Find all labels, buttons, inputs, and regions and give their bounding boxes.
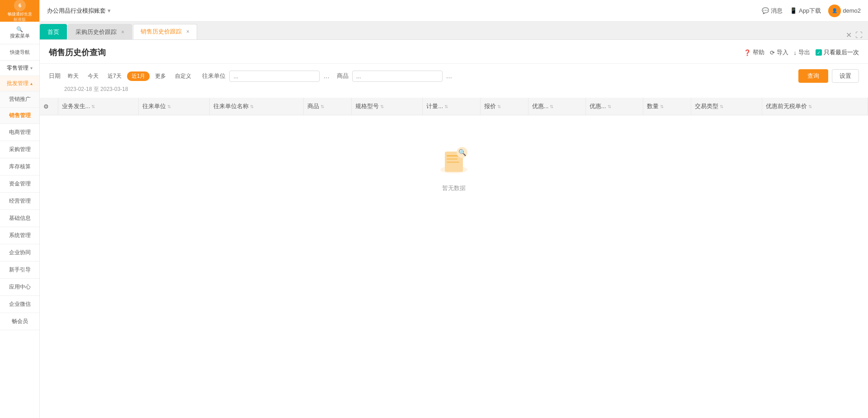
purchase-tab-close[interactable]: ×	[121, 29, 124, 35]
purchase-tab-label: 采购历史价跟踪	[75, 28, 117, 36]
tab-home[interactable]: 首页	[40, 24, 67, 39]
sidebar-item-marketing[interactable]: 营销推广	[0, 91, 39, 108]
message-button[interactable]: 💬 消息	[762, 7, 783, 15]
close-window-icon[interactable]: ✕	[846, 31, 852, 39]
sidebar-label-inventory: 库存核算	[2, 163, 38, 171]
page-title: 销售历史价查询	[49, 47, 106, 58]
sidebar-item-appcenter[interactable]: 应用中心	[0, 279, 39, 296]
sidebar-label-search: 搜索菜单	[2, 33, 38, 39]
tab-purchase[interactable]: 采购历史价跟踪 ×	[68, 24, 132, 39]
date-buttons: 昨天 今天 近7天 近1月 更多 自定义	[64, 71, 195, 81]
phone-icon: 📱	[790, 7, 797, 14]
suite-selector[interactable]: 办公用品行业模拟账套 ▾	[47, 7, 111, 15]
col-product-label: 商品	[307, 102, 319, 110]
content-area: 销售历史价查询 ❓ 帮助 ⟳ 导入 ↓ 导出 ✓ 只看最后一次	[40, 40, 868, 418]
date-range-display: 2023-02-18 至 2023-03-18	[40, 85, 868, 98]
sort-quantity-icon[interactable]: ⇅	[660, 104, 664, 109]
sidebar-item-inventory[interactable]: 库存核算	[0, 158, 39, 176]
sidebar-item-purchase[interactable]: 采购管理	[0, 141, 39, 158]
sidebar-item-member[interactable]: 畅会员	[0, 313, 39, 330]
chevron-down-icon: ▾	[30, 66, 33, 71]
date-btn-yesterday[interactable]: 昨天	[64, 71, 82, 81]
gear-icon[interactable]: ⚙	[43, 103, 49, 110]
date-btn-custom[interactable]: 自定义	[171, 71, 195, 81]
import-button[interactable]: ⟳ 导入	[770, 48, 788, 57]
sidebar: 6 畅捷通好生意 标准版 🔍 搜索菜单 快捷导航 零售管理 ▾ 批发管理 ▴ 营…	[0, 0, 40, 418]
suite-title: 办公用品行业模拟账套	[47, 7, 106, 15]
col-discount1: 优惠... ⇅	[528, 98, 585, 115]
sort-tax-price-icon[interactable]: ⇅	[808, 104, 812, 109]
sidebar-label-guide: 新手引导	[2, 266, 38, 274]
sidebar-item-wechat[interactable]: 企业微信	[0, 296, 39, 313]
sort-unit-icon[interactable]: ⇅	[444, 104, 448, 109]
window-controls: ✕ ⛶	[846, 31, 868, 39]
empty-state: 🔍 暂无数据	[40, 115, 868, 210]
sort-trade-type-icon[interactable]: ⇅	[720, 104, 723, 109]
sort-unit-name-icon[interactable]: ⇅	[250, 104, 254, 109]
sort-biz-date-icon[interactable]: ⇅	[91, 104, 95, 109]
col-tax-price: 优惠前无税单价 ⇅	[762, 98, 868, 115]
date-btn-1month[interactable]: 近1月	[127, 71, 150, 81]
sidebar-label-basic: 基础信息	[2, 214, 38, 222]
sort-price-icon[interactable]: ⇅	[497, 104, 501, 109]
sidebar-item-retail[interactable]: 零售管理 ▾	[0, 61, 39, 76]
app-logo: 6 畅捷通好生意 标准版	[0, 0, 39, 22]
sort-product-icon[interactable]: ⇅	[321, 104, 324, 109]
checkbox-text: 只看最后一次	[824, 48, 859, 57]
sort-discount2-icon[interactable]: ⇅	[608, 104, 611, 109]
sidebar-item-ecommerce[interactable]: 电商管理	[0, 124, 39, 141]
sidebar-item-shortcut[interactable]: 快捷导航	[0, 44, 39, 61]
col-discount2: 优惠... ⇅	[585, 98, 643, 115]
sort-unit-id-icon[interactable]: ⇅	[167, 104, 171, 109]
col-biz-date-label: 业务发生...	[62, 102, 90, 110]
sort-spec-icon[interactable]: ⇅	[380, 104, 384, 109]
export-button[interactable]: ↓ 导出	[794, 48, 811, 57]
sidebar-item-search[interactable]: 🔍 搜索菜单	[0, 22, 39, 44]
sidebar-item-finance[interactable]: 资金管理	[0, 176, 39, 193]
user-menu[interactable]: 👤 demo2	[828, 5, 861, 17]
sidebar-label-enterprise: 企业协同	[2, 249, 38, 256]
col-price: 报价 ⇅	[480, 98, 528, 115]
sidebar-item-wholesale[interactable]: 批发管理 ▴	[0, 76, 39, 91]
tabbar: 首页 采购历史价跟踪 × 销售历史价跟踪 × ✕ ⛶	[40, 22, 868, 40]
sidebar-item-system[interactable]: 系统管理	[0, 227, 39, 244]
sidebar-item-guide[interactable]: 新手引导	[0, 261, 39, 279]
col-spec-label: 规格型号	[355, 102, 379, 110]
last-only-checkbox[interactable]: ✓ 只看最后一次	[816, 48, 859, 57]
maximize-window-icon[interactable]: ⛶	[855, 31, 863, 39]
sidebar-label-sales: 销售管理	[2, 112, 38, 119]
date-range-text: 2023-02-18 至 2023-03-18	[64, 86, 128, 92]
col-spec: 规格型号 ⇅	[352, 98, 423, 115]
sales-tab-label: 销售历史价跟踪	[141, 28, 182, 36]
date-btn-more[interactable]: 更多	[151, 71, 170, 81]
sort-discount1-icon[interactable]: ⇅	[550, 104, 553, 109]
product-label: 商品	[337, 72, 349, 80]
topbar: 办公用品行业模拟账套 ▾ 💬 消息 📱 App下载 👤 demo2	[40, 0, 868, 22]
unit-input[interactable]	[229, 71, 320, 82]
sidebar-item-enterprise[interactable]: 企业协同	[0, 244, 39, 261]
sidebar-item-operations[interactable]: 经营管理	[0, 193, 39, 210]
query-button[interactable]: 查询	[798, 69, 828, 83]
search-icon: 🔍	[16, 26, 23, 33]
sidebar-item-basic[interactable]: 基础信息	[0, 210, 39, 227]
sales-tab-close[interactable]: ×	[186, 28, 189, 35]
col-unit-name-label: 往来单位名称	[213, 102, 249, 110]
tab-sales[interactable]: 销售历史价跟踪 ×	[133, 24, 197, 39]
sidebar-label-wholesale: 批发管理	[7, 80, 28, 86]
sidebar-item-sales-mgmt[interactable]: 销售管理	[0, 108, 39, 124]
date-btn-today[interactable]: 今天	[84, 71, 102, 81]
product-input[interactable]	[352, 71, 443, 82]
sidebar-label-system: 系统管理	[2, 232, 38, 239]
help-button[interactable]: ❓ 帮助	[744, 48, 764, 57]
app-download-button[interactable]: 📱 App下载	[790, 7, 821, 15]
col-biz-date: 业务发生... ⇅	[58, 98, 138, 115]
sidebar-label-ecommerce: 电商管理	[2, 128, 38, 136]
sidebar-label-appcenter: 应用中心	[2, 283, 38, 291]
date-btn-7days[interactable]: 近7天	[104, 71, 125, 81]
unit-picker-icon[interactable]: ...	[323, 72, 329, 80]
col-tax-price-label: 优惠前无税单价	[766, 102, 807, 110]
product-picker-icon[interactable]: ...	[446, 72, 452, 80]
svg-text:6: 6	[18, 3, 21, 8]
settings-button[interactable]: 设置	[832, 69, 859, 83]
svg-text:🔍: 🔍	[458, 149, 467, 157]
